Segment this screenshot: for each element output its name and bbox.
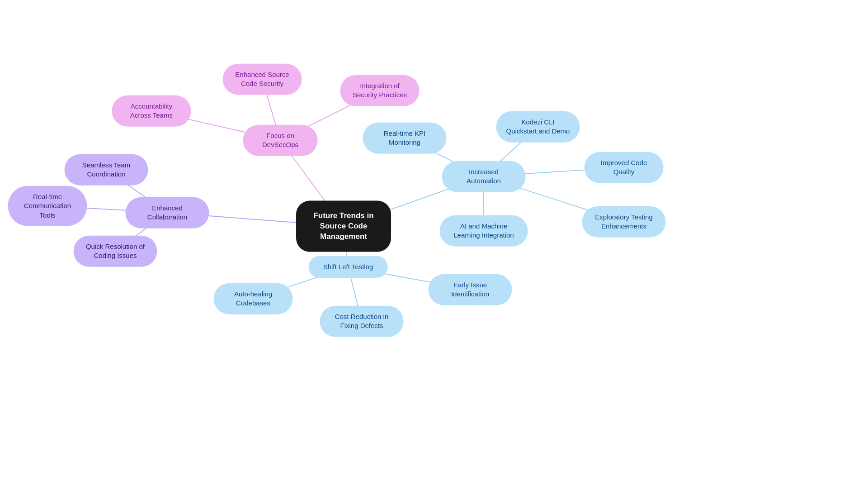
node-enhanced-source-code[interactable]: Enhanced Source Code Security xyxy=(223,64,302,95)
node-improved-code[interactable]: Improved Code Quality xyxy=(585,152,664,183)
node-early-issue[interactable]: Early Issue Identification xyxy=(429,274,512,305)
node-realtime-kpi[interactable]: Real-time KPI Monitoring xyxy=(363,123,447,154)
node-increased-auto[interactable]: Increased Automation xyxy=(442,161,526,192)
node-cost-reduction[interactable]: Cost Reduction in Fixing Defects xyxy=(320,306,404,337)
node-seamless-team[interactable]: Seamless Team Coordination xyxy=(65,154,148,186)
node-shift-left[interactable]: Shift Left Testing xyxy=(309,256,388,278)
mind-map: Future Trends in Source Code ManagementF… xyxy=(0,0,868,490)
node-integration-security[interactable]: Integration of Security Practices xyxy=(340,75,420,106)
node-quick-resolution[interactable]: Quick Resolution of Coding Issues xyxy=(74,236,157,267)
node-devsecops[interactable]: Focus on DevSecOps xyxy=(243,125,318,156)
node-auto-healing[interactable]: Auto-healing Codebases xyxy=(214,283,293,314)
node-realtime-comm[interactable]: Real-time Communication Tools xyxy=(8,186,87,226)
node-ai-ml[interactable]: AI and Machine Learning Integration xyxy=(440,215,528,247)
node-enhanced-collab[interactable]: Enhanced Collaboration xyxy=(126,197,209,228)
center-node[interactable]: Future Trends in Source Code Management xyxy=(296,201,391,252)
node-kodezi-cli[interactable]: Kodezi CLI Quickstart and Demo xyxy=(496,111,580,143)
node-exploratory[interactable]: Exploratory Testing Enhancements xyxy=(582,206,666,238)
node-accountability[interactable]: Accountability Across Teams xyxy=(112,95,191,127)
